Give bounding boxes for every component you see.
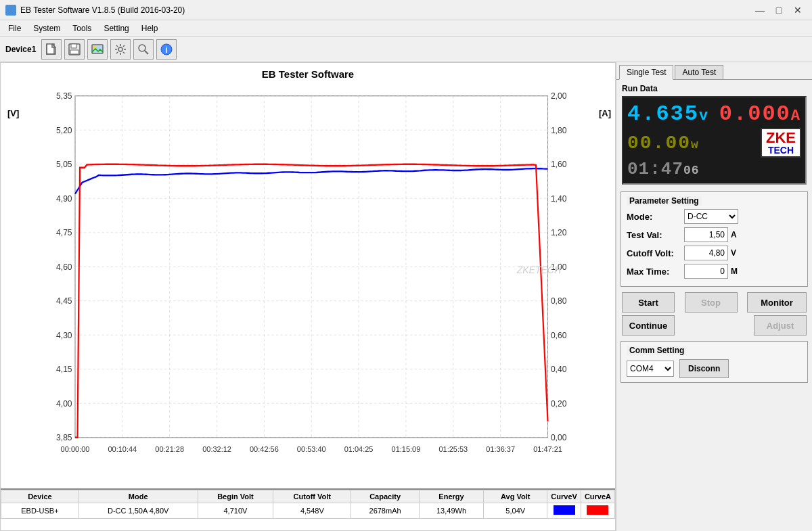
current-display: 0.000A	[719, 101, 801, 126]
svg-text:00:10:44: 00:10:44	[108, 445, 137, 453]
chart-title: EB Tester Software	[1, 63, 615, 81]
y-axis-left-label: [V]	[7, 108, 19, 118]
svg-point-6	[118, 47, 122, 51]
right-panel: Single Test Auto Test Run Data 4.635v 0.…	[616, 62, 812, 531]
info-button[interactable]: i	[156, 39, 177, 60]
title-bar-left: EB Tester Software V1.8.5 (Build 2016-03…	[5, 5, 185, 16]
title-bar-controls: — □ ✕	[751, 3, 807, 17]
image-button[interactable]	[87, 39, 108, 60]
cutoff-volt-unit: V	[731, 248, 736, 258]
toolbar: Device1 i	[0, 37, 812, 62]
svg-line-16	[145, 51, 148, 54]
max-time-unit: M	[731, 267, 738, 276]
svg-text:01:36:37: 01:36:37	[486, 445, 515, 453]
com-port-select[interactable]: COM4 COM1 COM2 COM3 COM5	[627, 361, 674, 377]
chart-wrapper: [V] [A] ZKETECH 5,355,205,054,904,754,60…	[1, 81, 615, 488]
test-val-input[interactable]	[684, 227, 728, 242]
max-time-row: Max Time: M	[627, 264, 802, 279]
menu-file[interactable]: File	[3, 22, 26, 34]
time-display: 01:4706	[627, 159, 700, 179]
disconnect-button[interactable]: Disconn	[679, 359, 729, 378]
test-val-label: Test Val:	[627, 230, 684, 240]
cell-energy: 13,49Wh	[419, 503, 483, 519]
svg-text:0,80: 0,80	[551, 296, 567, 306]
main-content: EB Tester Software [V] [A] ZKETECH 5,355…	[0, 62, 812, 531]
save-button[interactable]	[64, 39, 85, 60]
param-section: Parameter Setting Mode: D-CC D-CV D-CR D…	[621, 191, 808, 287]
cell-curvev	[547, 503, 581, 519]
control-section: Start Stop Monitor Continue Adjust	[616, 290, 812, 338]
svg-text:2,00: 2,00	[551, 91, 567, 101]
device-label: Device1	[5, 45, 36, 54]
cell-device: EBD-USB+	[1, 503, 79, 519]
svg-text:00:00:00: 00:00:00	[61, 445, 90, 453]
svg-text:4,15: 4,15	[56, 365, 72, 374]
svg-point-15	[139, 45, 145, 51]
adjust-button[interactable]: Adjust	[754, 315, 807, 336]
new-button[interactable]	[41, 39, 62, 60]
menu-setting[interactable]: Setting	[98, 22, 134, 34]
test-val-row: Test Val: A	[627, 227, 802, 242]
search-button[interactable]	[133, 39, 154, 60]
mode-label: Mode:	[627, 212, 684, 222]
svg-text:00:32:12: 00:32:12	[202, 445, 231, 453]
col-begin-volt: Begin Volt	[198, 490, 273, 503]
menu-tools[interactable]: Tools	[67, 22, 97, 34]
minimize-button[interactable]: —	[751, 3, 769, 17]
start-button[interactable]: Start	[622, 292, 675, 313]
cutoff-volt-row: Cutoff Volt: V	[627, 246, 802, 260]
col-cutoff-volt: Cutoff Volt	[273, 490, 351, 503]
col-mode: Mode	[78, 490, 198, 503]
svg-text:0,00: 0,00	[551, 433, 567, 442]
svg-text:5,20: 5,20	[56, 126, 72, 135]
monitor-button[interactable]: Monitor	[747, 292, 807, 313]
cell-curvea	[581, 503, 614, 519]
svg-line-12	[123, 52, 125, 53]
svg-text:01:04:25: 01:04:25	[344, 445, 374, 453]
stop-button[interactable]: Stop	[685, 292, 738, 313]
mode-select[interactable]: D-CC D-CV D-CR D-CW	[684, 209, 738, 224]
settings-button[interactable]	[110, 39, 131, 60]
tab-single-test[interactable]: Single Test	[619, 65, 673, 80]
col-curvev: CurveV	[547, 490, 581, 503]
svg-text:00:42:56: 00:42:56	[250, 445, 279, 453]
tabs-container: Single Test Auto Test	[616, 62, 812, 80]
zke-logo: ZKE TECH	[761, 128, 801, 158]
max-time-input[interactable]	[684, 264, 728, 279]
menu-system[interactable]: System	[28, 22, 66, 34]
svg-rect-4	[92, 45, 103, 53]
svg-rect-19	[75, 96, 548, 438]
run-data-display: 4.635v 0.000A 00.00w ZKE TECH	[622, 96, 807, 185]
comm-row: COM4 COM1 COM2 COM3 COM5 Disconn	[627, 359, 802, 378]
cutoff-volt-input[interactable]	[684, 246, 728, 260]
col-capacity: Capacity	[351, 490, 420, 503]
comm-section: Comm Setting COM4 COM1 COM2 COM3 COM5 Di…	[621, 341, 808, 383]
mode-row: Mode: D-CC D-CV D-CR D-CW	[627, 209, 802, 224]
svg-text:01:47:21: 01:47:21	[533, 445, 562, 453]
svg-rect-3	[70, 50, 78, 54]
svg-text:1,80: 1,80	[551, 126, 567, 135]
col-device: Device	[1, 490, 79, 503]
continue-button[interactable]: Continue	[622, 315, 675, 336]
power-logo-row: 00.00w ZKE TECH	[627, 128, 801, 158]
menu-help[interactable]: Help	[136, 22, 164, 34]
svg-text:4,60: 4,60	[56, 262, 72, 272]
svg-text:4,75: 4,75	[56, 228, 72, 237]
cell-cutoff-volt: 4,548V	[273, 503, 351, 519]
svg-text:3,85: 3,85	[56, 433, 72, 442]
voltage-display: 4.635v	[627, 101, 709, 126]
app-title: EB Tester Software V1.8.5 (Build 2016-03…	[20, 5, 185, 15]
svg-text:4,00: 4,00	[56, 399, 72, 409]
tab-auto-test[interactable]: Auto Test	[675, 65, 723, 79]
close-button[interactable]: ✕	[789, 3, 807, 17]
data-table-container: Device Mode Begin Volt Cutoff Volt Capac…	[1, 488, 615, 530]
app-icon	[5, 5, 16, 16]
cell-mode: D-CC 1,50A 4,80V	[78, 503, 198, 519]
svg-text:5,05: 5,05	[56, 160, 72, 169]
svg-line-14	[116, 52, 118, 53]
maximize-button[interactable]: □	[770, 3, 788, 17]
menu-bar: File System Tools Setting Help	[0, 20, 812, 37]
power-display: 00.00w	[627, 133, 700, 154]
data-table: Device Mode Begin Volt Cutoff Volt Capac…	[1, 490, 615, 519]
col-curvea: CurveA	[581, 490, 614, 503]
